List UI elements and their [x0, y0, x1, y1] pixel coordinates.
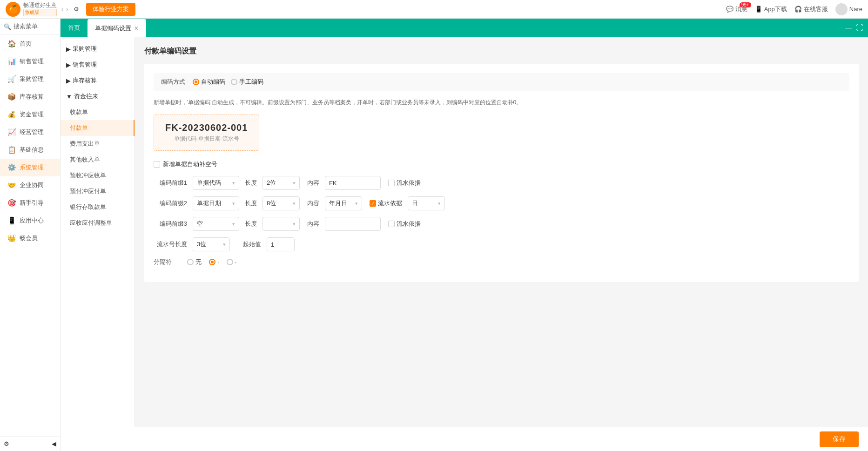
nav-gear-icon[interactable]: ⚙	[71, 4, 81, 14]
app-icon: 📱	[755, 6, 762, 13]
hint-text: 新增单据时，'单据编码'自动生成，不可编辑。前缀设置为部门、业务员等档案类，开单…	[154, 98, 849, 107]
tab-encoding-label: 单据编码设置	[95, 24, 131, 33]
main-panel: 付款单编码设置 编码方式 自动编码 手工编码	[135, 37, 868, 427]
serial-length-row: 流水号长度 3位 ▾ 起始值	[154, 237, 849, 251]
brand-tag: 旗舰版	[23, 9, 57, 16]
brand-name: 畅通道好生意	[23, 2, 57, 8]
message-badge: 99+	[740, 2, 751, 7]
sub-group-purchase: ▶ 采购管理	[61, 41, 135, 57]
sidebar-settings-icon[interactable]: ⚙	[4, 440, 9, 447]
prefix-3-select[interactable]: 空 ▾	[193, 217, 239, 231]
code-preview: FK-20230602-001 单据代码-单据日期-流水号	[154, 114, 259, 151]
user-profile[interactable]: Nare	[835, 3, 862, 15]
tab-home[interactable]: 首页	[61, 19, 87, 37]
message-button[interactable]: 💬 消息 99+	[726, 5, 747, 13]
tab-close-icon[interactable]: ✕	[134, 25, 139, 32]
sub-item-bank-label: 银行存取款单	[70, 203, 106, 210]
prefix-2-select-arrow: ▾	[232, 201, 235, 207]
tab-encoding-settings[interactable]: 单据编码设置 ✕	[87, 19, 146, 38]
serial-length-select[interactable]: 3位 ▾	[193, 237, 230, 251]
prefix-2-content-value: 年月日	[329, 199, 347, 208]
separator-none-label: 无	[195, 258, 202, 266]
new-doc-fill-label: 新增单据自动补空号	[163, 160, 217, 168]
sidebar-item-system[interactable]: ⚙️ 系统管理	[0, 159, 60, 176]
auto-encode-radio[interactable]: 自动编码	[193, 78, 225, 86]
sidebar-item-sales[interactable]: 📊 销售管理	[0, 53, 60, 70]
manual-encode-radio[interactable]: 手工编码	[231, 78, 263, 86]
sidebar-label-enterprise: 企业协同	[20, 181, 44, 189]
prefix-3-length-select[interactable]: ▾	[262, 217, 300, 231]
sidebar-item-finance[interactable]: 💰 资金管理	[0, 106, 60, 123]
separator-dot-radio[interactable]: ·	[209, 259, 219, 266]
prefix-1-serial-checkbox[interactable]	[388, 180, 395, 186]
sidebar-collapse-icon[interactable]: ◀	[52, 440, 56, 447]
start-value-input[interactable]	[267, 237, 295, 251]
sidebar-item-operation[interactable]: 📈 经营管理	[0, 123, 60, 141]
sub-item-receipt-label: 收款单	[70, 108, 88, 115]
prefix-1-length-value: 2位	[267, 179, 276, 187]
sidebar-label-member: 畅会员	[20, 234, 38, 242]
sidebar-item-home[interactable]: 🏠 首页	[0, 35, 60, 53]
search-menu-label: 搜索菜单	[13, 22, 38, 31]
content-body: ▶ 采购管理 ▶ 销售管理 ▶ 库存核算	[61, 37, 868, 427]
prefix-2-select[interactable]: 单据日期 ▾	[193, 196, 239, 210]
tab-minimize-icon[interactable]: —	[845, 24, 852, 32]
sidebar-label-finance: 资金管理	[20, 110, 44, 119]
trial-button[interactable]: 体验行业方案	[86, 3, 135, 16]
sub-item-pre-pay-label: 预付冲应付单	[70, 188, 106, 195]
sidebar-item-inventory[interactable]: 📦 库存核算	[0, 88, 60, 106]
sidebar-item-guide[interactable]: 🎯 新手引导	[0, 194, 60, 212]
encoding-method-label: 编码方式	[161, 78, 185, 86]
sub-group-capital-title[interactable]: ▼ 资金往来	[61, 88, 135, 104]
search-menu-button[interactable]: 🔍 搜索菜单	[0, 19, 60, 35]
prefix-2-length-select[interactable]: 8位 ▾	[262, 196, 300, 210]
online-service-button[interactable]: 🎧 在线客服	[794, 5, 828, 13]
tab-maximize-icon[interactable]: ⛶	[856, 24, 863, 32]
sub-group-purchase-arrow: ▶	[66, 46, 71, 53]
sidebar-item-appstore[interactable]: 📱 应用中心	[0, 212, 60, 229]
sidebar-item-member[interactable]: 👑 畅会员	[0, 229, 60, 247]
serial-length-value: 3位	[197, 240, 206, 249]
save-button[interactable]: 保存	[820, 431, 859, 447]
sub-group-inventory-title[interactable]: ▶ 库存核算	[61, 73, 135, 88]
sub-item-other-income[interactable]: 其他收入单	[61, 152, 135, 168]
top-bar: 🍊 畅通道好生意 旗舰版 ‹ › ⚙ 体验行业方案 💬 消息 99+ 📱 App…	[0, 0, 868, 19]
prefix-1-label: 编码前缀1	[154, 179, 187, 187]
prefix-3-serial-label: 流水依据	[397, 220, 421, 228]
sub-group-sales-title[interactable]: ▶ 销售管理	[61, 57, 135, 73]
prefix-2-period-value: 日	[412, 199, 418, 208]
sub-group-purchase-title[interactable]: ▶ 采购管理	[61, 41, 135, 57]
sub-item-adjustment[interactable]: 应收应付调整单	[61, 215, 135, 231]
prefix-2-period-select[interactable]: 日 ▾	[408, 196, 445, 210]
prefix-3-serial-checkbox[interactable]	[388, 221, 395, 227]
prefix-1-content-input[interactable]	[325, 176, 381, 190]
sub-item-payment[interactable]: 付款单	[61, 120, 135, 136]
auto-encode-dot	[193, 79, 199, 85]
prefix-2-serial-label: 流水依据	[378, 199, 402, 208]
sub-group-inventory-label: 库存核算	[73, 76, 97, 85]
nav-forward-icon[interactable]: ›	[66, 6, 68, 13]
prefix-1-length-select[interactable]: 2位 ▾	[262, 176, 300, 190]
sidebar-item-purchase[interactable]: 🛒 采购管理	[0, 70, 60, 88]
prefix-1-length-arrow: ▾	[293, 180, 296, 186]
nav-back-icon[interactable]: ‹	[61, 6, 63, 13]
prefix-2-serial-checkbox[interactable]: ✓	[370, 200, 376, 207]
main-layout: 🔍 搜索菜单 🏠 首页 📊 销售管理 🛒 采购管理 📦 库存核算 💰 资金管理 …	[0, 19, 868, 451]
sub-sidebar: ▶ 采购管理 ▶ 销售管理 ▶ 库存核算	[61, 37, 135, 427]
prefix-3-content-input[interactable]	[325, 217, 381, 231]
sidebar-label-home: 首页	[20, 40, 32, 48]
prefix-1-select[interactable]: 单据代码 ▾	[193, 176, 239, 190]
sidebar-item-basic[interactable]: 📋 基础信息	[0, 141, 60, 159]
sub-item-receipt[interactable]: 收款单	[61, 104, 135, 120]
separator-none-radio[interactable]: 无	[187, 258, 202, 266]
separator-dot2-radio[interactable]: ·	[227, 259, 237, 266]
new-doc-fill-checkbox[interactable]	[154, 161, 160, 168]
sidebar-item-enterprise[interactable]: 🤝 企业协同	[0, 176, 60, 194]
prefix-2-content-select[interactable]: 年月日 ▾	[325, 196, 362, 210]
app-download-button[interactable]: 📱 App下载	[755, 5, 787, 13]
sub-item-expense[interactable]: 费用支出单	[61, 136, 135, 152]
sub-item-pre-receive[interactable]: 预收冲应收单	[61, 168, 135, 183]
sub-item-pre-pay[interactable]: 预付冲应付单	[61, 183, 135, 199]
sub-item-bank[interactable]: 银行存取款单	[61, 199, 135, 215]
message-icon: 💬	[726, 6, 733, 13]
